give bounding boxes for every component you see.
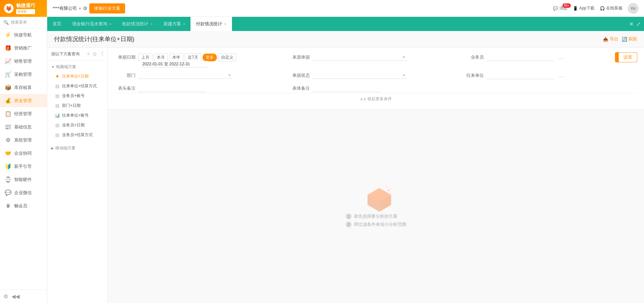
dept-select[interactable]: ▾	[138, 72, 233, 79]
source-select-arrow-icon: ▾	[403, 55, 405, 59]
capital-icon: 💰	[5, 97, 11, 104]
header-note-input[interactable]	[138, 85, 206, 92]
scheme-item-table-icon: ▤	[55, 103, 60, 108]
scheme-item-salesman-account[interactable]: ▤ 业务员+账号	[47, 91, 108, 101]
scheme-panel: 按以下方案查询 ＋ ⊙ 《 ▼ 电脑端方案 ● 往来单位+日期	[47, 48, 108, 303]
sidebar-item-label: 企业协同	[14, 150, 32, 156]
date-btn-this-year[interactable]: 本年	[169, 54, 183, 61]
sidebar-item-cooperation[interactable]: 🤝 企业协同	[0, 147, 47, 160]
sidebar-item-inventory[interactable]: 📦 库存核算	[0, 81, 47, 94]
date-btn-last-month[interactable]: 上月	[138, 54, 152, 61]
hint-text-2: 用过滤条件来缩小分析范围	[354, 221, 406, 228]
topbar-app-download[interactable]: 📱 App下载	[573, 5, 594, 11]
sidebar-item-quick-nav[interactable]: ⚡ 快捷导航	[0, 28, 47, 41]
marketing-icon: 🎁	[5, 45, 11, 51]
sales-icon: 📈	[5, 58, 11, 64]
sidebar-settings-btn[interactable]: ⚙	[3, 293, 8, 300]
trial-btn[interactable]: 体验行业方案	[89, 3, 125, 13]
sidebar-item-label: 资金管理	[14, 98, 32, 104]
tab-close-all-icon[interactable]: ✕	[629, 21, 634, 27]
tab-new-scheme-close-icon[interactable]: ×	[183, 22, 185, 26]
source-select[interactable]: ▾	[313, 54, 407, 61]
scheme-add-btn[interactable]: ＋	[86, 51, 91, 57]
avatar-text: Rit	[631, 6, 635, 10]
mobile-group-toggle[interactable]: ▶ 移动端方案	[47, 144, 108, 152]
sidebar-item-capital[interactable]: 💰 资金管理	[0, 94, 47, 107]
sidebar: 🦊 畅捷通巧 标准版 🔍 搜索菜单 ⚡ 快捷导航 🎁 营销推广 📈 销售管理 🛒…	[0, 0, 47, 303]
header-note-control	[138, 85, 289, 92]
company-name: ****有限公司	[53, 5, 77, 11]
date-range-input[interactable]	[141, 61, 208, 67]
topbar-message-btn[interactable]: 💬 消息 99+	[553, 5, 567, 11]
purchase-icon: 🛒	[5, 71, 11, 78]
salesman-input[interactable]	[487, 54, 554, 61]
logo-icon: 🦊	[4, 4, 13, 13]
topbar: ****有限公司 ▾ ⚙ 体验行业方案 💬 消息 99+ 📱 App下载 🎧 在…	[47, 0, 644, 17]
scheme-item-table-icon: ▤	[55, 93, 60, 98]
tab-home[interactable]: 首页	[47, 17, 67, 31]
topbar-gear-icon[interactable]: ⚙	[83, 5, 87, 11]
date-btn-this-month[interactable]: 本月	[154, 54, 168, 61]
topbar-online-service[interactable]: 🎧 在线客服	[600, 5, 622, 11]
tab-bank-flow-close-icon[interactable]: ×	[109, 22, 111, 26]
sidebar-item-sales[interactable]: 📈 销售管理	[0, 55, 47, 68]
sidebar-item-purchase[interactable]: 🛒 采购管理	[0, 68, 47, 81]
scheme-item-table-icon: ▤	[55, 132, 60, 138]
tab-payment-stats[interactable]: 付款情况统计 ×	[191, 17, 232, 31]
scheme-item-salesman-settle[interactable]: ▤ 业务员+结算方式	[47, 130, 108, 140]
filter-cell-empty	[463, 84, 637, 93]
settings-btn[interactable]: 设置	[618, 52, 637, 62]
company-chevron-icon[interactable]: ▾	[79, 6, 81, 11]
filter-cell-source: 来源单据 ▾	[289, 52, 463, 62]
scheme-item-label: 往来单位+日期	[62, 73, 89, 79]
sidebar-item-smart-hw[interactable]: ⌚ 智能硬件	[0, 173, 47, 186]
sidebar-item-label: 企业微信	[14, 190, 32, 196]
sidebar-item-label: 库存核算	[14, 85, 32, 91]
scheme-item-salesman-date[interactable]: ▤ 业务员+日期	[47, 120, 108, 130]
sidebar-item-guide[interactable]: 🔰 新手引导	[0, 160, 47, 173]
date-btn-7days[interactable]: 近7天	[185, 54, 201, 61]
doc-status-select[interactable]: ▾	[313, 72, 407, 79]
partner-dots[interactable]: ...	[558, 72, 564, 79]
desktop-group-toggle[interactable]: ▼ 电脑端方案	[47, 63, 108, 71]
tab-home-label: 首页	[53, 21, 61, 27]
body-note-input[interactable]	[313, 85, 380, 92]
collapse-btn[interactable]: ∧∧ 收起更多条件	[115, 93, 637, 104]
scheme-collapse-btn[interactable]: 《	[99, 51, 104, 57]
tab-new-scheme[interactable]: 新建方案 ×	[158, 17, 191, 31]
sidebar-item-enterprise-wx[interactable]: 💬 企业微信	[0, 186, 47, 199]
export-btn[interactable]: 📤 导出	[603, 36, 618, 42]
scheme-item-circle-icon: ●	[55, 73, 60, 79]
sidebar-item-system[interactable]: ⚙ 系统管理	[0, 133, 47, 147]
filter-cell-partner: 往来单位 ...	[463, 71, 637, 80]
sidebar-item-base-info[interactable]: 📰 基础信息	[0, 120, 47, 133]
date-control: 上月 本月 本年 近7天 更多 自定义	[138, 54, 289, 61]
refresh-btn[interactable]: 🔄 刷新	[622, 36, 637, 42]
tab-collection-stats[interactable]: 收款情况统计 ×	[117, 17, 158, 31]
sidebar-item-label: 经营管理	[14, 111, 32, 117]
tab-payment-stats-close-icon[interactable]: ×	[224, 22, 226, 26]
search-menu[interactable]: 🔍 搜索菜单	[0, 17, 47, 28]
sidebar-item-vip[interactable]: ♛ 畅会员	[0, 199, 47, 212]
scheme-item-partner-account[interactable]: 📊 往来单位+账号	[47, 111, 108, 120]
sidebar-collapse-btn[interactable]: ◀◀	[11, 293, 20, 300]
scheme-item-partner-date[interactable]: ● 往来单位+日期	[47, 71, 108, 81]
user-avatar[interactable]: Rit	[628, 3, 639, 14]
salesman-dots[interactable]: ...	[558, 54, 564, 60]
sidebar-item-marketing[interactable]: 🎁 营销推广	[0, 41, 47, 55]
scheme-settings-btn[interactable]: ⊙	[93, 51, 97, 57]
tab-bank-flow[interactable]: 现金银行流水查询 ×	[67, 17, 117, 31]
cooperation-icon: 🤝	[5, 150, 11, 156]
date-btn-more[interactable]: 更多	[203, 54, 217, 61]
partner-input[interactable]	[487, 72, 554, 79]
date-btn-custom[interactable]: 自定义	[218, 54, 236, 61]
logo-badge: 标准版	[16, 9, 35, 14]
sidebar-item-operations[interactable]: 📋 经营管理	[0, 107, 47, 120]
scheme-item-dept-date[interactable]: ▤ 部门+日期	[47, 101, 108, 111]
search-label: 搜索菜单	[11, 20, 27, 25]
tab-expand-icon[interactable]: ⤢	[636, 21, 641, 27]
scheme-item-partner-settle[interactable]: ▤ 往来单位+结算方式	[47, 81, 108, 91]
partner-label: 往来单位	[463, 71, 487, 80]
mobile-scheme-group: ▶ 移动端方案	[47, 142, 108, 154]
tab-collection-stats-close-icon[interactable]: ×	[150, 22, 152, 26]
